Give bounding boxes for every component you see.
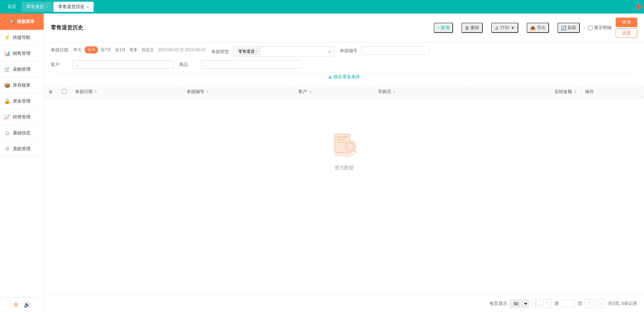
customer-filter-group: 客户 ... bbox=[51, 60, 174, 69]
th-customer-label: 客户 bbox=[298, 89, 307, 94]
date-opt-yesterday[interactable]: 昨天 bbox=[72, 46, 83, 53]
customer-filter-label: 客户 bbox=[51, 62, 70, 68]
date-opt-1month[interactable]: 近1月 bbox=[114, 46, 127, 53]
table-area: ⚙ 单据日期 ⇅ 单据编号 ⇅ bbox=[44, 85, 644, 312]
sidebar-item-sales-mgmt[interactable]: 📊 销售管理 bbox=[0, 46, 44, 62]
sidebar-settings-icon[interactable]: ⚙ bbox=[14, 302, 18, 308]
filter-row-1: 单据日期 昨天 今天 近7天 近1月 更多 自定义 2023-06-02 至 2… bbox=[51, 46, 637, 57]
header-actions: + 新增 🗑 删除 🖨 打印 ▼ 📤 导出 bbox=[434, 18, 637, 38]
page-next-btn[interactable]: ⟩ bbox=[585, 299, 594, 308]
sidebar-item-basic-info[interactable]: 🗂 基础信息 bbox=[0, 125, 44, 141]
sidebar-search[interactable]: 🔍 搜索菜单 bbox=[0, 14, 44, 30]
finance-mgmt-icon: 🔒 bbox=[4, 98, 10, 104]
goods-filter-group: 商品 ... bbox=[179, 60, 302, 69]
page-prev-btn[interactable]: ⟨ bbox=[543, 299, 552, 308]
setting-button[interactable]: 设置 bbox=[616, 28, 637, 38]
window-controls: × bbox=[637, 4, 641, 9]
sidebar-bottom: ⚙ 🔊 bbox=[0, 297, 44, 312]
date-opt-7days[interactable]: 近7天 bbox=[99, 46, 113, 53]
th-doc-number[interactable]: 单据编号 ⇅ bbox=[182, 85, 294, 98]
filter-area: 单据日期 昨天 今天 近7天 近1月 更多 自定义 2023-06-02 至 2… bbox=[44, 42, 644, 85]
add-button[interactable]: + 新增 bbox=[434, 23, 453, 33]
window-close-btn[interactable]: × bbox=[637, 4, 641, 9]
refresh-button[interactable]: 🔄 刷新 bbox=[557, 23, 580, 33]
th-operation-label: 操作 bbox=[585, 89, 594, 94]
sidebar-audio-icon[interactable]: 🔊 bbox=[24, 302, 30, 308]
sidebar-item-inventory-label: 库存核算 bbox=[13, 82, 30, 88]
tab-home[interactable]: 首页 bbox=[3, 2, 21, 12]
doc-type-dropdown-icon: ▼ bbox=[328, 50, 331, 54]
sidebar-item-system-mgmt[interactable]: ⚙ 系统管理 bbox=[0, 141, 44, 157]
inventory-icon: 📦 bbox=[4, 82, 10, 88]
delete-button[interactable]: 🗑 删除 bbox=[461, 23, 483, 33]
tab-retail-return-label: 零售退货 bbox=[26, 4, 44, 10]
th-guide[interactable]: 导购员 ⇅ bbox=[374, 85, 469, 98]
customer-input[interactable]: ... bbox=[72, 60, 174, 69]
empty-state: 暂无数据 bbox=[44, 98, 644, 198]
sidebar-item-system-mgmt-label: 系统管理 bbox=[13, 146, 30, 152]
date-options: 昨天 今天 近7天 近1月 更多 自定义 bbox=[72, 46, 155, 53]
show-detail-container: 显示明细 bbox=[588, 25, 612, 31]
doc-type-tag-value: 零售退货 bbox=[238, 49, 255, 54]
sidebar-item-finance-mgmt[interactable]: 🔒 资金管理 bbox=[0, 93, 44, 109]
sales-mgmt-icon: 📊 bbox=[4, 50, 10, 57]
tab-retail-return-history-close[interactable]: × bbox=[87, 5, 89, 9]
goods-input[interactable]: ... bbox=[201, 60, 302, 69]
sidebar-item-inventory[interactable]: 📦 库存核算 bbox=[0, 77, 44, 93]
th-guide-label: 导购员 bbox=[378, 89, 391, 94]
th-doc-number-label: 单据编号 bbox=[187, 89, 204, 94]
svg-rect-2 bbox=[337, 136, 348, 138]
page-header-top: 零售退货历史 + 新增 🗑 删除 🖨 打印 ▼ bbox=[51, 18, 637, 38]
doc-type-input[interactable]: 零售退货 × ▼ bbox=[233, 46, 334, 57]
tab-retail-return-history-label: 零售退货历史 bbox=[58, 4, 85, 10]
th-doc-date[interactable]: 单据日期 ⇅ bbox=[71, 85, 182, 98]
basic-info-icon: 🗂 bbox=[4, 130, 10, 136]
sidebar-item-sales-mgmt-label: 销售管理 bbox=[13, 50, 30, 57]
sidebar-item-purchase-mgmt[interactable]: 🛒 采购管理 bbox=[0, 62, 44, 77]
th-check[interactable] bbox=[57, 85, 71, 98]
doc-number-input[interactable] bbox=[361, 46, 429, 55]
show-detail-checkbox[interactable] bbox=[588, 26, 593, 30]
goods-filter-label: 商品 bbox=[179, 62, 198, 68]
select-all-checkbox[interactable] bbox=[62, 89, 67, 94]
collapse-label: 收起更多条件 bbox=[334, 74, 360, 80]
doc-type-tag: 零售退货 × bbox=[236, 48, 260, 55]
page-number-input[interactable]: 1 bbox=[562, 300, 575, 308]
query-button[interactable]: 查询 bbox=[616, 18, 637, 27]
th-actual-amount[interactable]: 实销金额 ⇅ bbox=[469, 85, 581, 98]
date-opt-today[interactable]: 今天 bbox=[85, 46, 98, 53]
tab-retail-return-history[interactable]: 零售退货历史 × bbox=[53, 2, 93, 12]
export-icon: 📤 bbox=[530, 25, 535, 30]
sidebar-item-operations-mgmt[interactable]: 📈 经营管理 bbox=[0, 109, 44, 125]
tab-retail-return[interactable]: 零售退货 × bbox=[22, 2, 53, 12]
content-area: 零售退货历史 + 新增 🗑 删除 🖨 打印 ▼ bbox=[44, 14, 644, 312]
print-button[interactable]: 🖨 打印 ▼ bbox=[491, 23, 518, 33]
date-opt-custom[interactable]: 自定义 bbox=[140, 46, 155, 53]
customer-placeholder: ... bbox=[75, 62, 79, 67]
doc-type-tag-remove[interactable]: × bbox=[256, 50, 258, 53]
date-opt-more[interactable]: 更多 bbox=[128, 46, 139, 53]
page-last-btn[interactable]: ⟩⟩ bbox=[596, 299, 605, 308]
sidebar-item-basic-info-label: 基础信息 bbox=[13, 130, 30, 136]
sidebar-item-purchase-mgmt-label: 采购管理 bbox=[13, 66, 30, 72]
collapse-up-icon: ▲ bbox=[328, 74, 332, 80]
tab-retail-return-close[interactable]: × bbox=[46, 5, 48, 9]
export-button[interactable]: 📤 导出 bbox=[527, 23, 549, 33]
page-first-btn[interactable]: ⟨⟨ bbox=[531, 299, 540, 308]
divider-2 bbox=[487, 25, 487, 30]
print-dropdown-icon: ▼ bbox=[510, 25, 515, 30]
sidebar-search-label: 搜索菜单 bbox=[17, 19, 34, 25]
refresh-icon: 🔄 bbox=[561, 25, 566, 30]
th-settings[interactable]: ⚙ bbox=[44, 85, 57, 98]
refresh-label: 刷新 bbox=[568, 25, 576, 31]
th-guide-sort-icon: ⇅ bbox=[393, 90, 396, 94]
th-customer[interactable]: 客户 ⇅ bbox=[294, 85, 374, 98]
th-customer-sort-icon: ⇅ bbox=[309, 90, 312, 94]
quick-nav-icon: ⚡ bbox=[4, 35, 10, 41]
collapse-button[interactable]: ▲ 收起更多条件 bbox=[51, 72, 637, 81]
per-page-select[interactable]: 50 10 20 100 bbox=[510, 299, 529, 308]
data-table: ⚙ 单据日期 ⇅ 单据编号 ⇅ bbox=[44, 85, 644, 98]
svg-line-7 bbox=[354, 150, 356, 153]
sidebar-item-quick-nav[interactable]: ⚡ 快捷导航 bbox=[0, 30, 44, 46]
pagination: 每页显示 50 10 20 100 ⟨⟨ ⟨ 第 1 页 ⟩ ⟩⟩ 共0页, 0… bbox=[44, 295, 644, 312]
